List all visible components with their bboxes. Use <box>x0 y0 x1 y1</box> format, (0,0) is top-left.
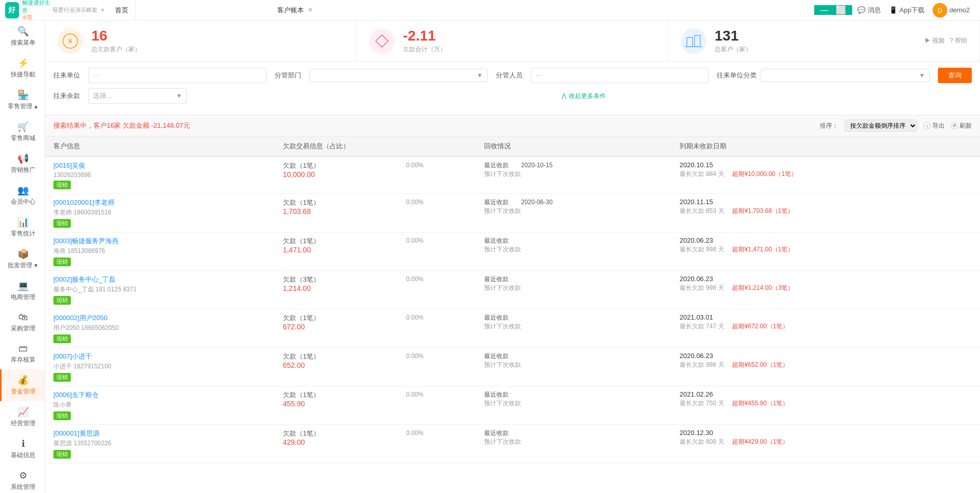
collection-cell: 最近收款 预计下次收款 <box>476 386 671 425</box>
debt-amount[interactable]: 1,214.00 <box>283 284 390 292</box>
tab-minimize-btn[interactable]: — <box>818 6 831 15</box>
ecommerce-icon: 💻 <box>17 280 29 291</box>
tab-close-icon[interactable]: ✕ <box>181 7 185 13</box>
customer-name[interactable]: [0001020001]李老师 <box>53 198 266 207</box>
stat-value-debtors: 16 <box>91 28 141 44</box>
customer-tag: 现销 <box>53 296 71 305</box>
filter-input-dept[interactable]: ▼ <box>310 69 488 82</box>
debt-ratio: 0.00% <box>406 352 424 360</box>
th-due-date: 到期未收款日期 <box>671 136 980 156</box>
sidebar-item-operations[interactable]: 📈 经营管理 <box>0 401 45 433</box>
customer-name[interactable]: [000001]黄思源 <box>53 429 266 438</box>
debt-amount[interactable]: 455.90 <box>283 400 390 408</box>
help-btn[interactable]: ? 帮助 <box>950 36 967 45</box>
refresh-button[interactable]: ↺ 刷新 <box>951 122 972 130</box>
sidebar-item-quick-nav[interactable]: ⚡ 快捷导航 <box>0 52 45 84</box>
collection-cell: 最近收款 预计下次收款 <box>476 425 671 463</box>
debt-info-cell: 欠款（1笔） 429.00 <box>275 425 398 463</box>
stat-label-total-debt: 欠款合计（万） <box>403 45 446 54</box>
debt-amount[interactable]: 1,471.00 <box>283 246 390 254</box>
debt-amount[interactable]: 672.00 <box>283 323 390 331</box>
due-date: 2020.06.23 <box>680 236 972 244</box>
filter-input-category[interactable]: ▼ <box>761 69 930 82</box>
tab-close-icon[interactable]: ✕ <box>308 7 313 13</box>
sidebar-item-retail-mall[interactable]: 🛒 零售商城 <box>0 116 45 148</box>
query-button[interactable]: 查询 <box>938 68 972 83</box>
debt-amount[interactable]: 429.00 <box>283 438 390 446</box>
tab-maximize-btn[interactable]: ⬜ <box>834 5 848 15</box>
due-date-cell: 2020.06.23 最长欠款 998 天 超期¥1,471.00（1笔） <box>671 232 980 271</box>
debt-count: 欠款（3笔） <box>283 275 390 284</box>
debt-info-cell: 欠款（1笔） 1,703.68 <box>275 194 398 232</box>
sidebar-item-purchase[interactable]: 🛍 采购管理 <box>0 307 45 338</box>
filter-dots-icon: ··· <box>93 71 100 80</box>
customer-name[interactable]: [0007]小进千 <box>53 352 266 361</box>
recent-collect-label: 最近收款 <box>484 352 663 361</box>
sidebar-item-search[interactable]: 🔍 搜索菜单 <box>0 21 45 52</box>
result-info: 搜索结果中，客户16家 欠款金额 -21,148.07元 <box>53 121 190 130</box>
sort-select[interactable]: 按欠款金额倒序排序 <box>844 120 917 132</box>
debt-info-cell: 欠款（1笔） 10,000.00 <box>275 156 398 194</box>
tab-purchase-order[interactable]: 采购订单统计表 ✕ <box>320 0 391 20</box>
svg-text:¥: ¥ <box>68 37 72 45</box>
tab-close-icon[interactable]: ✕ <box>258 7 262 13</box>
result-actions: 排序： 按欠款金额倒序排序 ↓ 导出 ↺ 刷新 <box>820 120 972 132</box>
debt-amount[interactable]: 1,703.68 <box>283 207 390 215</box>
customer-name[interactable]: [0003]畅捷服务尹海燕 <box>53 236 266 246</box>
sidebar-item-marketing[interactable]: 📢 营销推广 <box>0 148 45 180</box>
next-collect-label: 预计下次收款 <box>484 284 663 292</box>
store-link[interactable]: 示范 <box>22 14 50 21</box>
download-btn[interactable]: 📱 App下载 <box>889 6 925 15</box>
overdue-link[interactable]: 超期¥1,471.00（1笔） <box>732 246 794 253</box>
sidebar-item-finance[interactable]: 💰 资金管理 <box>0 369 45 401</box>
stat-value-total-debt: -2.11 <box>403 28 446 44</box>
sidebar-item-system[interactable]: ⚙ 系统管理 <box>0 465 45 493</box>
collapse-button[interactable]: ⋀ 收起更多条件 <box>562 92 606 101</box>
sidebar-item-wholesale[interactable]: 📦 批发管理▼ <box>0 243 45 275</box>
sidebar-item-member[interactable]: 👥 会员中心 <box>0 180 45 211</box>
filter-input-customer[interactable]: ··· <box>88 68 266 83</box>
due-date: 2020.10.15 <box>680 161 972 169</box>
debt-ratio-cell: 0.00% <box>398 232 476 271</box>
overdue-link[interactable]: 超期¥10,000.00（1笔） <box>732 170 797 178</box>
tab-customer-account[interactable]: 客户账本 ✕ <box>270 0 320 20</box>
customer-name[interactable]: [000002]用户2050 <box>53 313 266 323</box>
export-button[interactable]: ↓ 导出 <box>924 122 945 130</box>
tab-goods-stats[interactable]: 进货单统计表（按商品） ✕ <box>391 0 488 20</box>
svg-rect-6 <box>695 35 700 47</box>
customer-meta: 李老师 18600391516 <box>53 208 266 217</box>
sidebar-item-retail-mgmt[interactable]: 🏪 零售管理▲ <box>0 84 45 116</box>
overdue-days: 最长欠款 853 天 <box>680 207 731 214</box>
sidebar-item-ecommerce[interactable]: 💻 电商管理 <box>0 275 45 307</box>
overdue-link[interactable]: 超期¥1,214.00（3笔） <box>732 284 794 291</box>
tab-close-icon[interactable]: ✕ <box>475 7 480 13</box>
overdue-link[interactable]: 超期¥672.00（1笔） <box>732 323 789 330</box>
tab-home[interactable]: 首页 <box>108 0 136 20</box>
overdue-link[interactable]: 超期¥652.00（1笔） <box>732 361 789 368</box>
customer-info-cell: [0002]服务中心_丁磊 服务中心_丁磊 181 0125 8371 现销 <box>45 271 275 309</box>
overdue-days: 最长欠款 808 天 <box>680 438 731 445</box>
customer-name[interactable]: [0016]吴俊 <box>53 161 266 170</box>
filter-input-person[interactable]: ··· <box>531 68 709 83</box>
sidebar-item-basic-info[interactable]: ℹ 基础信息 <box>0 433 45 465</box>
inventory-icon: 🗃 <box>18 343 28 354</box>
overdue-link[interactable]: 超期¥1,703.68（1笔） <box>732 207 794 214</box>
debt-amount[interactable]: 10,000.00 <box>283 170 390 179</box>
filter-input-balance[interactable]: 选择... ▼ <box>88 88 187 104</box>
video-btn[interactable]: ▶ 视频 <box>925 36 945 45</box>
retail-stats-icon: 📊 <box>17 216 29 228</box>
tab-close-icon[interactable]: ✕ <box>378 7 383 13</box>
customer-name[interactable]: [0006]去下粮仓 <box>53 390 266 400</box>
debt-amount[interactable]: 652.00 <box>283 361 390 369</box>
overdue-info: 最长欠款 853 天 超期¥1,703.68（1笔） <box>680 207 972 215</box>
overdue-link[interactable]: 超期¥455.90（1笔） <box>732 400 789 407</box>
user-menu[interactable]: D demo2 <box>933 3 970 17</box>
tab-product-shelf[interactable]: 商品上下架 ✕ <box>136 0 193 20</box>
tab-stock-history[interactable]: 产成品入库单历史 ✕ <box>193 0 270 20</box>
message-btn[interactable]: 💬 消息 <box>857 6 881 15</box>
th-customer-info: 客户信息 <box>45 136 275 156</box>
sidebar-item-inventory[interactable]: 🗃 库存核算 <box>0 338 45 369</box>
overdue-link[interactable]: 超期¥429.00（1笔） <box>732 438 789 445</box>
sidebar-item-retail-stats[interactable]: 📊 零售统计 <box>0 211 45 243</box>
customer-name[interactable]: [0002]服务中心_丁磊 <box>53 275 266 284</box>
